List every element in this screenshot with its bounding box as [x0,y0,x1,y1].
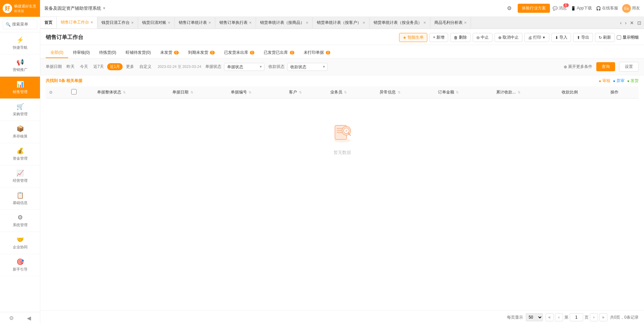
filter-date-group: 单据日期 昨天 今天 近7天 近1月 更多 自定义 2023-02-24 至 2… [46,63,201,70]
col-abnormal[interactable]: 异常信息 ⇅ [376,86,434,98]
tab-scroll-left[interactable]: ‹ [619,19,623,27]
tab-close-stats-customer[interactable]: ✕ [362,21,365,25]
prev-page-button[interactable]: ‹ [555,313,563,321]
user-menu-button[interactable]: Ea 用友 [622,4,640,13]
export-button[interactable]: ⬆ 导出 [573,33,593,42]
review-action-btn[interactable]: ● 审核 [599,78,610,84]
date-yesterday-btn[interactable]: 昨天 [65,63,77,70]
sub-tab-not-shipped[interactable]: 未发货 0 [156,48,183,58]
tab-sales-order-workbench[interactable]: 销售订单工作台 ✕ [57,17,97,29]
tab-sales-stats-product[interactable]: 销货单统计表（按商品） ✕ [256,17,313,28]
sidebar-item-inventory[interactable]: 📦 库存核算 [0,121,40,143]
suspend-button[interactable]: ⊖ 中止 [473,33,492,42]
tab-close-order-stats[interactable]: ✕ [208,21,211,25]
tab-cash-daily[interactable]: 钱货日清工作台 ✕ [97,17,138,28]
date-7days-btn[interactable]: 近7天 [91,63,106,70]
shipped-out-badge: 0 [290,51,295,54]
sidebar-item-purchase[interactable]: 🛒 采购管理 [0,99,40,121]
date-1month-btn[interactable]: 近1月 [107,63,123,70]
tab-cash-reconcile[interactable]: 钱货日清对账 ✕ [138,17,175,28]
filter-payment-select[interactable]: 收款状态 [287,63,328,71]
tab-close-cash-reconcile[interactable]: ✕ [168,21,170,25]
query-button[interactable]: 查询 [596,62,615,71]
cancel-review-action-btn[interactable]: ● 弃审 [613,78,625,84]
page-input[interactable] [570,313,583,321]
sub-tab-overdue-not-shipped[interactable]: 到期未发货 0 [183,48,219,58]
sub-tab-pending-review[interactable]: 待审核(0) [68,48,95,58]
date-more-btn[interactable]: 更多 [124,63,136,70]
delete-button[interactable]: 🗑 删除 [450,33,471,42]
tab-maximize[interactable]: ⊡ [636,19,643,27]
sub-tab-all[interactable]: 全部(0) [46,48,68,58]
sidebar-item-operations[interactable]: 📈 经营管理 [0,165,40,188]
add-button[interactable]: + 新增 [429,33,448,42]
col-date[interactable]: 单据日期 ⇅ [169,86,227,98]
show-detail-checkbox[interactable] [617,35,621,40]
page-size-label: 每页显示 [507,315,523,320]
table-settings-icon[interactable]: ⚙ [49,90,53,95]
select-all-checkbox[interactable] [71,89,77,94]
sidebar-settings-button[interactable]: ⚙ [9,315,14,321]
message-badge: 6 [563,3,569,7]
sidebar-item-enterprise[interactable]: 🤝 企业协同 [0,232,40,254]
cancel-suspend-button[interactable]: ⊕ 取消中止 [495,33,522,42]
print-button[interactable]: 🖨 打印 ▼ [524,33,549,42]
tab-scroll-right[interactable]: › [624,19,628,27]
col-number[interactable]: 单据编号 ⇅ [227,86,286,98]
tab-close-sales-order[interactable]: ✕ [90,21,93,24]
tab-sales-order-exec[interactable]: 销售订单执行表 ✕ [215,17,256,28]
tab-sales-order-stats[interactable]: 销售订单统计表 ✕ [175,17,215,28]
first-page-button[interactable]: « [546,313,554,321]
date-custom-btn[interactable]: 自定义 [137,63,154,70]
filter-status-select[interactable]: 单据状态 [224,63,264,71]
sidebar-item-guide[interactable]: 🎯 新手引导 [0,254,40,276]
sidebar-item-sales[interactable]: 📊 销售管理 [0,77,40,99]
sidebar-item-finance[interactable]: 💰 资金管理 [0,143,40,165]
industry-solution-button[interactable]: 体验行业方案 [518,4,550,13]
filter-setting-button[interactable]: 设置 [619,62,639,72]
col-status[interactable]: 单据整体状态 ⇅ [94,86,169,98]
sidebar-item-marketing[interactable]: 📢 营销推广 [0,54,40,77]
tab-close-order-exec[interactable]: ✕ [249,21,252,25]
tab-close-margin[interactable]: ✕ [464,21,467,25]
print-arrow-icon: ▼ [542,36,546,39]
sidebar-item-quick-nav[interactable]: ⚡ 快捷导航 [0,32,40,54]
app-download-button[interactable]: 📱 App下载 [571,5,592,11]
date-today-btn[interactable]: 今天 [78,63,90,70]
next-page-button[interactable]: › [590,313,598,321]
online-service-button[interactable]: 🎧 在线客服 [596,5,618,11]
sidebar-item-system[interactable]: ⚙ 系统管理 [0,210,40,232]
page-size-select[interactable]: 50 10 20 100 [526,313,543,321]
col-customer[interactable]: 客户 ⇅ [286,86,327,98]
tab-product-margin[interactable]: 商品毛利分析表 ✕ [430,17,471,28]
message-button[interactable]: 💬 消息 6 [553,5,567,11]
sub-tab-wangpu-pending[interactable]: 旺铺待发货(0) [121,48,156,58]
import-button[interactable]: ⬇ 导入 [551,33,571,42]
sub-tab-shipped-not-out[interactable]: 已发货未出库 0 [219,48,259,58]
tab-home[interactable]: 首页 [40,17,57,28]
tab-close-stats-salesperson[interactable]: ✕ [423,21,426,25]
tab-close-stats-product[interactable]: ✕ [306,21,308,25]
col-collected[interactable]: 累计收款... ⇅ [493,86,558,98]
sidebar-collapse-button[interactable]: ◀ [27,315,31,321]
smart-create-button[interactable]: ★ 智能生单 [399,33,427,42]
ship-action-btn[interactable]: ● 发货 [627,78,639,84]
tab-sales-stats-customer[interactable]: 销货单统计表（按客户） ✕ [313,17,370,28]
refresh-button[interactable]: ↻ 刷新 [595,33,615,42]
tab-close-all[interactable]: ✕ [629,19,635,27]
sidebar-item-basic-info[interactable]: 📋 基础信息 [0,188,40,210]
col-amount[interactable]: 订单金额 ⇅ [435,86,493,98]
filter-expand-btn[interactable]: ⊕ 展开更多条件 [564,64,592,70]
sub-tab-shipped-out[interactable]: 已发货已出库 0 [259,48,299,58]
table-scrollbar[interactable] [40,306,644,310]
search-menu-button[interactable]: 🔍 搜索菜单 [3,19,37,29]
sub-tab-pending-pick[interactable]: 待拣货(0) [94,48,121,58]
sub-tabs: 全部(0) 待审核(0) 待拣货(0) 旺铺待发货(0) 未发货 0 到期未发货… [40,45,644,58]
show-detail-checkbox-label[interactable]: 显示明细 [617,35,639,40]
col-salesperson[interactable]: 业务员 ⇅ [327,86,377,98]
sub-tab-not-printed[interactable]: 未打印单据 0 [299,48,335,58]
last-page-button[interactable]: » [599,313,607,321]
topbar-settings-button[interactable]: ⚙ [504,4,515,13]
tab-sales-stats-salesperson[interactable]: 销货单统计表（按业务员） ✕ [370,17,430,28]
tab-close-cash-daily[interactable]: ✕ [131,21,134,25]
